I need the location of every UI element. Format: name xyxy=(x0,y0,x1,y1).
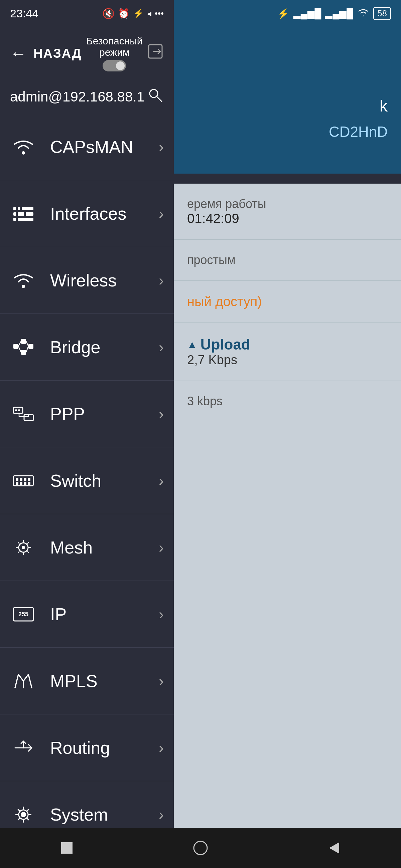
wifi-status-icon xyxy=(357,7,369,20)
svg-rect-31 xyxy=(24,478,26,481)
svg-marker-70 xyxy=(329,842,339,854)
connection-address: admin@192.168.88.1 xyxy=(10,89,144,105)
bg-uptime-row: еремя работы 01:42:09 xyxy=(174,184,401,240)
signal2-icon: ▂▄▆█ xyxy=(325,8,353,19)
menu-item-capsman[interactable]: CAPsMAN › xyxy=(0,114,174,180)
svg-line-45 xyxy=(27,542,29,545)
svg-rect-33 xyxy=(16,482,18,485)
interfaces-chevron: › xyxy=(159,205,164,222)
capsman-label: CAPsMAN xyxy=(50,137,133,157)
routing-icon xyxy=(10,735,37,761)
upload-value: 2,7 Kbps xyxy=(187,353,388,367)
svg-point-27 xyxy=(18,409,20,411)
svg-rect-30 xyxy=(20,478,22,481)
bg-text-k: k xyxy=(380,97,388,115)
system-icon xyxy=(10,801,37,828)
menu-item-wireless[interactable]: Wireless › xyxy=(0,247,174,314)
navigation-icon: ◂ xyxy=(147,8,151,19)
svg-line-61 xyxy=(18,809,20,811)
menu-item-bridge[interactable]: Bridge › xyxy=(0,314,174,380)
menu-item-routing-left: Routing xyxy=(10,735,110,761)
svg-rect-68 xyxy=(61,842,73,854)
ppp-icon xyxy=(10,401,37,427)
svg-rect-35 xyxy=(24,482,26,485)
menu-item-mpls-left: MPLS xyxy=(10,668,97,694)
bg-uptime-value: 01:42:09 xyxy=(187,211,388,226)
menu-item-mpls[interactable]: MPLS › xyxy=(0,648,174,714)
svg-rect-36 xyxy=(28,482,30,485)
system-label: System xyxy=(50,805,108,825)
svg-line-44 xyxy=(27,550,29,553)
alarm-icon: ⏰ xyxy=(118,8,130,19)
bridge-chevron: › xyxy=(159,339,164,355)
wireless-chevron: › xyxy=(159,272,164,289)
menu-item-bridge-left: Bridge xyxy=(10,334,100,361)
menu-item-ppp-left: PPP xyxy=(10,401,85,427)
mesh-icon xyxy=(10,534,37,561)
ppp-chevron: › xyxy=(159,406,164,422)
safe-mode-toggle-section: Безопасный режим xyxy=(86,35,143,71)
svg-line-46 xyxy=(18,550,20,553)
bottom-nav xyxy=(0,828,401,868)
svg-rect-15 xyxy=(21,350,26,355)
menu-item-mesh[interactable]: Mesh › xyxy=(0,514,174,581)
svg-line-43 xyxy=(18,542,20,545)
svg-rect-7 xyxy=(16,206,18,211)
capsman-chevron: › xyxy=(159,138,164,155)
bg-gray-panel: еремя работы 01:42:09 простым ный доступ… xyxy=(174,184,401,828)
bg-kbps-value: 3 kbps xyxy=(187,394,388,408)
menu-item-ip[interactable]: 255 IP › xyxy=(0,581,174,648)
safe-mode-label: Безопасный режим xyxy=(86,35,143,58)
svg-line-2 xyxy=(157,96,162,101)
svg-rect-8 xyxy=(16,212,18,216)
toggle-knob xyxy=(116,61,125,70)
wireless-icon xyxy=(10,267,37,294)
svg-line-20 xyxy=(26,346,28,352)
safe-mode-toggle[interactable] xyxy=(103,60,126,71)
nav-home-button[interactable] xyxy=(187,835,214,861)
bridge-icon xyxy=(10,334,37,361)
bg-simple-label: простым xyxy=(187,253,388,267)
routing-chevron: › xyxy=(159,740,164,756)
header-left: ← НАЗАД xyxy=(10,44,82,63)
svg-line-18 xyxy=(18,346,21,352)
svg-point-55 xyxy=(21,812,26,817)
back-arrow-icon[interactable]: ← xyxy=(10,44,27,63)
flash-icon: ⚡ xyxy=(133,8,144,19)
svg-point-26 xyxy=(15,409,17,411)
menu-item-capsman-left: CAPsMAN xyxy=(10,133,133,160)
nav-back-button[interactable] xyxy=(321,835,347,861)
ip-label: IP xyxy=(50,604,66,624)
switch-chevron: › xyxy=(159,472,164,489)
menu-item-interfaces-left: Interfaces xyxy=(10,200,126,227)
nav-stop-button[interactable] xyxy=(54,835,80,861)
mesh-chevron: › xyxy=(159,539,164,556)
system-chevron: › xyxy=(159,806,164,823)
wifi-icon xyxy=(10,133,37,160)
status-bar-right: ⚡ ▂▄▆█ ▂▄▆█ 58 xyxy=(174,0,401,27)
status-time: 23:44 xyxy=(10,7,38,20)
connection-bar: admin@192.168.88.1 xyxy=(0,80,174,114)
exit-button[interactable] xyxy=(147,43,164,64)
back-label[interactable]: НАЗАД xyxy=(33,46,82,61)
menu-item-ppp[interactable]: PPP › xyxy=(0,380,174,447)
menu-item-routing[interactable]: Routing › xyxy=(0,714,174,781)
signal1-icon: ▂▄▆█ xyxy=(293,8,321,19)
mpls-chevron: › xyxy=(159,673,164,689)
menu-item-switch[interactable]: Switch › xyxy=(0,447,174,514)
search-button[interactable] xyxy=(147,87,164,107)
upload-title: ▲ Upload xyxy=(187,336,388,353)
svg-point-12 xyxy=(22,285,25,288)
menu-item-interfaces[interactable]: Interfaces › xyxy=(0,180,174,247)
menu-item-ip-left: 255 IP xyxy=(10,601,66,628)
svg-line-17 xyxy=(18,341,21,346)
bg-uptime-label: еремя работы xyxy=(187,197,388,211)
svg-line-63 xyxy=(27,809,28,811)
more-icon: ••• xyxy=(155,8,164,19)
routing-label: Routing xyxy=(50,738,110,758)
ppp-label: PPP xyxy=(50,404,85,424)
svg-rect-11 xyxy=(24,212,26,216)
ip-chevron: › xyxy=(159,606,164,623)
status-icons: 🔇 ⏰ ⚡ ◂ ••• xyxy=(102,8,164,19)
svg-rect-16 xyxy=(28,344,33,349)
